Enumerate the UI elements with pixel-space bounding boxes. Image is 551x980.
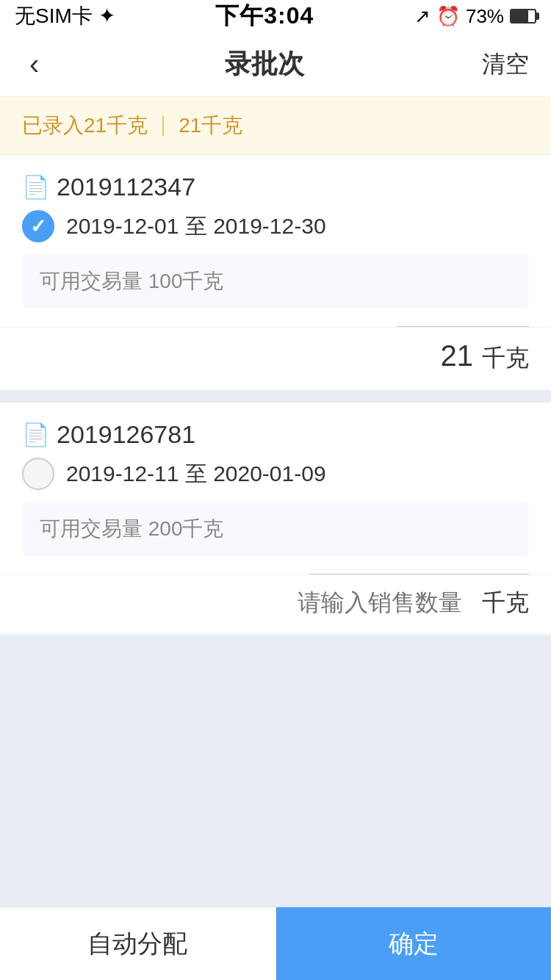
batch1-available: 可用交易量 100千克 bbox=[22, 254, 529, 309]
total-amount: 21千克 bbox=[179, 112, 242, 140]
batch1-amount-value[interactable]: 21 bbox=[441, 339, 474, 372]
info-banner: 已录入21千克 21千克 bbox=[0, 97, 551, 155]
back-button[interactable]: ‹ bbox=[22, 40, 46, 88]
batch2-id-text: 2019126781 bbox=[57, 420, 195, 449]
status-time: 下午3:04 bbox=[215, 0, 314, 32]
status-bar: 无SIM卡 ✦ 下午3:04 ↗ ⏰ 73% bbox=[0, 0, 551, 32]
location-icon: ↗ bbox=[414, 5, 431, 28]
status-left: 无SIM卡 ✦ bbox=[15, 2, 115, 30]
batch1-date-range: 2019-12-01 至 2019-12-30 bbox=[66, 212, 326, 242]
batch1-id-row: 📄 2019112347 bbox=[22, 173, 529, 201]
auto-distribute-button[interactable]: 自动分配 bbox=[0, 907, 276, 980]
confirm-button[interactable]: 确定 bbox=[276, 907, 552, 980]
batch2-date-range: 2019-12-11 至 2020-01-09 bbox=[66, 459, 326, 489]
clear-button[interactable]: 清空 bbox=[482, 48, 529, 81]
battery-icon bbox=[510, 9, 536, 24]
batch2-quantity-input[interactable] bbox=[179, 589, 473, 616]
batch2-available: 可用交易量 200千克 bbox=[22, 502, 529, 556]
batch2-card: 📄 2019126781 2019-12-11 至 2020-01-09 可用交… bbox=[0, 403, 551, 634]
alarm-icon: ⏰ bbox=[436, 5, 460, 28]
battery-status: 73% bbox=[466, 5, 504, 28]
footer: 自动分配 确定 bbox=[0, 907, 551, 980]
batch2-id-row: 📄 2019126781 bbox=[22, 420, 529, 449]
batch1-id-icon: 📄 bbox=[22, 174, 49, 200]
batch2-input-row: 千克 bbox=[0, 574, 551, 634]
recorded-amount: 已录入21千克 bbox=[22, 112, 148, 140]
batch1-amount-unit: 千克 bbox=[482, 342, 529, 375]
batch2-item: 📄 2019126781 2019-12-11 至 2020-01-09 可用交… bbox=[0, 403, 551, 574]
batch1-radio[interactable]: ✓ bbox=[22, 210, 54, 242]
batch1-amount-container: 21 千克 bbox=[0, 326, 551, 389]
batch2-id-icon: 📄 bbox=[22, 422, 49, 447]
batch2-date-row[interactable]: 2019-12-11 至 2020-01-09 bbox=[22, 458, 529, 490]
banner-divider bbox=[162, 115, 164, 136]
batch1-card: 📄 2019112347 ✓ 2019-12-01 至 2019-12-30 可… bbox=[0, 155, 551, 389]
nav-bar: ‹ 录批次 清空 bbox=[0, 32, 551, 97]
batch1-date-row[interactable]: ✓ 2019-12-01 至 2019-12-30 bbox=[22, 210, 529, 242]
batch2-radio[interactable] bbox=[22, 458, 54, 490]
batch2-amount-container: 千克 bbox=[0, 574, 551, 634]
batch1-check-icon: ✓ bbox=[30, 215, 46, 238]
batch2-unit: 千克 bbox=[482, 587, 529, 619]
page-title: 录批次 bbox=[225, 46, 304, 82]
status-right: ↗ ⏰ 73% bbox=[414, 5, 536, 28]
batch1-amount-row: 21 千克 bbox=[0, 327, 551, 389]
batch1-id-text: 2019112347 bbox=[57, 173, 195, 201]
batch1-item: 📄 2019112347 ✓ 2019-12-01 至 2019-12-30 可… bbox=[0, 155, 551, 326]
section-divider bbox=[0, 391, 551, 403]
sim-status: 无SIM卡 ✦ bbox=[15, 2, 115, 30]
